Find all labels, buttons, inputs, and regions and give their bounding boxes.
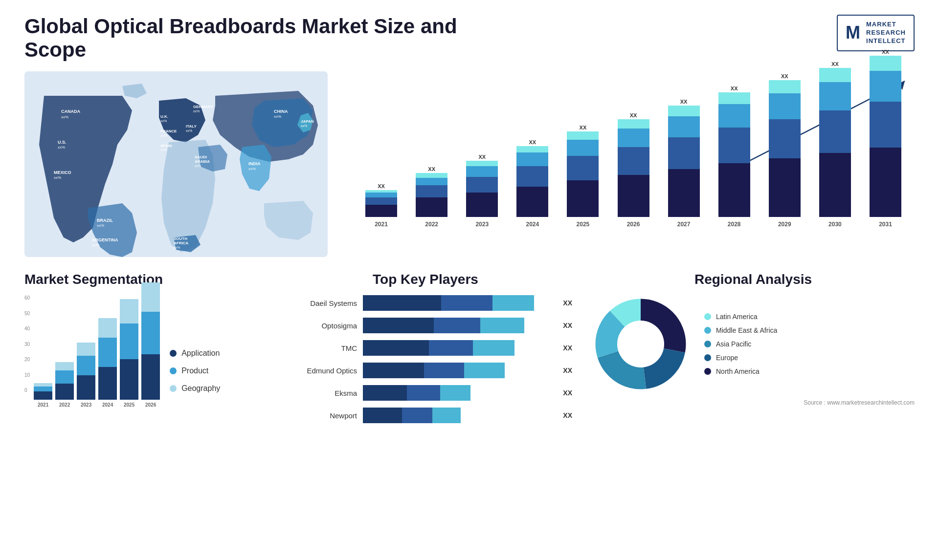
legend-label-geography: Geography (181, 384, 220, 393)
player-bar-optosigma (363, 318, 553, 333)
bar-2031: XX 2031 (861, 86, 910, 228)
dot-latin-america (704, 313, 711, 320)
bar-chart-section: XX 2021 XX (342, 71, 915, 257)
regional-legend: Latin America Middle East & Africa Asia … (704, 313, 777, 375)
bar-2029: XX 2029 (760, 86, 809, 228)
donut-chart (592, 295, 690, 393)
legend-dot-geography (170, 385, 177, 392)
svg-text:xx%: xx% (92, 243, 99, 247)
svg-text:JAPAN: JAPAN (301, 119, 314, 124)
player-edmund: Edmund Optics XX (279, 363, 572, 378)
bar-2023: XX 2023 (458, 86, 506, 228)
legend-product: Product (170, 366, 220, 375)
player-xx-tmc: XX (563, 344, 572, 352)
dot-asia-pacific (704, 341, 711, 347)
player-name-daeil: Daeil Systems (279, 299, 357, 307)
player-xx-newport: XX (563, 411, 572, 419)
player-bar-newport (363, 408, 553, 423)
svg-text:SPAIN: SPAIN (160, 144, 172, 148)
svg-text:xx%: xx% (274, 114, 281, 119)
svg-text:xx%: xx% (195, 164, 201, 168)
player-name-edmund: Edmund Optics (279, 366, 357, 375)
bar-2030: XX 2030 (811, 86, 859, 228)
legend-label-product: Product (181, 366, 208, 375)
bar-2022: XX 2022 (407, 86, 456, 228)
label-north-america: North America (716, 367, 760, 375)
svg-text:U.K.: U.K. (160, 114, 168, 119)
seg-legend: Application Product Geography (170, 349, 220, 393)
seg-bar-2023: 2023 (77, 295, 95, 408)
seg-bar-2022: 2022 (55, 295, 74, 408)
svg-text:SOUTH: SOUTH (174, 237, 187, 241)
legend-latin-america: Latin America (704, 313, 777, 321)
label-asia-pacific: Asia Pacific (716, 340, 751, 348)
player-xx-eksma: XX (563, 389, 572, 397)
player-name-eksma: Eksma (279, 389, 357, 397)
svg-text:CANADA: CANADA (61, 109, 80, 114)
bar-2028: XX 2028 (710, 86, 759, 228)
page-title: Global Optical Breadboards Market Size a… (24, 15, 465, 62)
player-name-newport: Newport (279, 411, 357, 420)
bar-2025: XX 2025 (559, 86, 607, 228)
main-content: CANADA xx% U.S. xx% MEXICO xx% BRAZIL xx… (24, 71, 915, 423)
svg-text:ITALY: ITALY (186, 124, 197, 129)
player-xx-optosigma: XX (563, 322, 572, 329)
player-bar-edmund (363, 363, 553, 378)
svg-text:xx%: xx% (193, 109, 200, 113)
legend-application: Application (170, 349, 220, 358)
segmentation-section: Market Segmentation 60 50 40 30 20 10 0 (24, 272, 259, 423)
svg-text:xx%: xx% (58, 145, 65, 150)
player-bar-tmc (363, 340, 553, 356)
logo-text: MARKET RESEARCH INTELLECT (866, 21, 906, 45)
seg-bar-2024: 2024 (98, 295, 117, 408)
svg-text:xx%: xx% (160, 148, 167, 151)
svg-text:ARABIA: ARABIA (195, 159, 210, 164)
svg-point-40 (617, 321, 664, 367)
player-name-optosigma: Optosigma (279, 322, 357, 330)
player-bar-daeil (363, 295, 553, 311)
map-section: CANADA xx% U.S. xx% MEXICO xx% BRAZIL xx… (24, 71, 328, 257)
label-europe: Europe (716, 354, 738, 362)
legend-north-america: North America (704, 367, 777, 375)
logo-letter: M (846, 22, 860, 43)
label-middle-east: Middle East & Africa (716, 326, 777, 334)
player-name-tmc: TMC (279, 344, 357, 352)
players-title: Top Key Players (279, 272, 572, 287)
legend-middle-east: Middle East & Africa (704, 326, 777, 334)
svg-text:xx%: xx% (174, 246, 180, 249)
dot-north-america (704, 368, 711, 375)
svg-text:AFRICA: AFRICA (174, 241, 188, 245)
seg-chart: 60 50 40 30 20 10 0 (24, 295, 259, 408)
legend-europe: Europe (704, 354, 777, 362)
player-bar-eksma (363, 385, 553, 401)
logo: M MARKET RESEARCH INTELLECT (837, 15, 915, 51)
regional-title: Regional Analysis (592, 272, 915, 287)
legend-label-application: Application (181, 349, 220, 358)
svg-text:MEXICO: MEXICO (54, 170, 71, 175)
svg-text:xx%: xx% (160, 134, 167, 137)
label-latin-america: Latin America (716, 313, 758, 321)
regional-content: Latin America Middle East & Africa Asia … (592, 295, 915, 393)
svg-text:GERMANY: GERMANY (193, 105, 214, 109)
svg-text:BRAZIL: BRAZIL (97, 218, 113, 223)
svg-text:xx%: xx% (97, 223, 104, 228)
seg-bar-2025: 2025 (120, 295, 138, 408)
page-header: Global Optical Breadboards Market Size a… (24, 15, 915, 62)
svg-text:ARGENTINA: ARGENTINA (92, 237, 118, 242)
legend-geography: Geography (170, 384, 220, 393)
player-eksma: Eksma XX (279, 385, 572, 401)
players-section: Top Key Players Daeil Systems XX (279, 272, 572, 423)
svg-text:xx%: xx% (61, 115, 68, 119)
seg-bar-2026: 2026 (141, 295, 160, 408)
svg-text:xx%: xx% (186, 129, 192, 132)
bar-2027: XX 2027 (660, 86, 708, 228)
seg-bars: 2021 2022 (34, 295, 160, 408)
svg-text:CHINA: CHINA (274, 109, 288, 114)
svg-text:xx%: xx% (160, 119, 167, 123)
svg-text:INDIA: INDIA (248, 161, 261, 166)
dot-middle-east (704, 327, 711, 334)
player-optosigma: Optosigma XX (279, 318, 572, 333)
bar-2024: XX 2024 (508, 86, 557, 228)
svg-text:xx%: xx% (301, 124, 307, 128)
legend-dot-product (170, 367, 177, 374)
